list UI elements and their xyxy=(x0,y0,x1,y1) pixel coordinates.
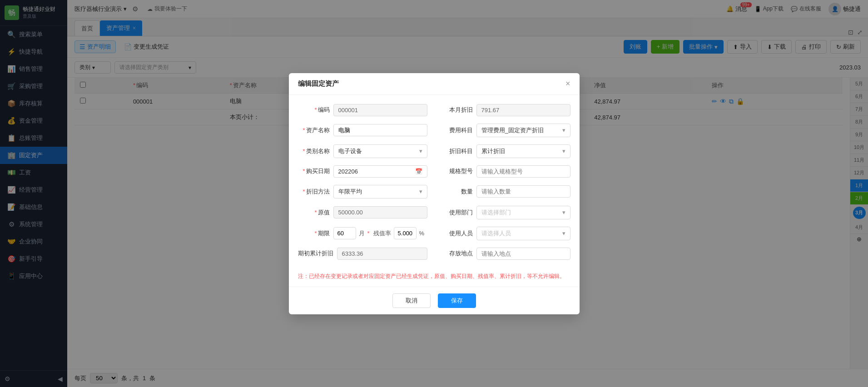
modal-footer: 取消 保存 xyxy=(289,287,580,314)
form-row-department: 使用部门 请选择部门 ▾ xyxy=(441,206,570,219)
modal-overlay: 编辑固定资产 × *编码 本月折旧 *资产名称 xyxy=(0,0,868,387)
expense-chevron-icon: ▾ xyxy=(562,127,565,134)
form-row-asset-name: *资产名称 xyxy=(298,124,427,137)
residual-label: 残值率 xyxy=(373,229,391,238)
monthly-dep-input[interactable] xyxy=(476,104,570,116)
form-row-quantity: 数量 xyxy=(441,185,570,198)
cancel-button[interactable]: 取消 xyxy=(392,293,431,308)
period-input[interactable] xyxy=(333,227,356,239)
category-label: *类别名称 xyxy=(298,147,330,155)
dep-method-chevron-icon: ▾ xyxy=(419,188,422,195)
category-value: 电子设备 xyxy=(338,147,362,155)
department-placeholder: 请选择部门 xyxy=(481,208,511,217)
department-select[interactable]: 请选择部门 ▾ xyxy=(476,206,570,219)
form-row-dep-method: *折旧方法 年限平均 ▾ xyxy=(298,185,427,198)
modal-title: 编辑固定资产 xyxy=(298,79,339,88)
form-row-purchase-date: *购买日期 202206 📅 xyxy=(298,165,427,178)
user-chevron-icon: ▾ xyxy=(562,230,565,237)
dep-method-select[interactable]: 年限平均 ▾ xyxy=(333,185,427,198)
user-label: 使用人员 xyxy=(441,229,473,238)
form-row-monthly-depreciation: 本月折旧 xyxy=(441,104,570,116)
dep-subject-chevron-icon: ▾ xyxy=(562,148,565,154)
residual-req-mark: * xyxy=(367,230,370,237)
spec-label: 规格型号 xyxy=(441,167,473,175)
purchase-date-label: *购买日期 xyxy=(298,167,330,175)
form-row-code: *编码 xyxy=(298,104,427,116)
expense-subject-select[interactable]: 管理费用_固定资产折旧 ▾ xyxy=(476,124,570,137)
form-row-depreciation-subject: 折旧科目 累计折旧 ▾ xyxy=(441,144,570,158)
asset-name-input[interactable] xyxy=(333,124,427,136)
user-placeholder: 请选择人员 xyxy=(481,229,511,238)
initial-accumulated-input[interactable] xyxy=(337,248,427,260)
original-value-label: *原值 xyxy=(298,208,330,217)
quantity-label: 数量 xyxy=(441,188,473,196)
dep-method-label: *折旧方法 xyxy=(298,188,330,196)
dep-subject-select[interactable]: 累计折旧 ▾ xyxy=(476,144,570,158)
purchase-date-input[interactable]: 202206 📅 xyxy=(333,165,427,178)
form-row-period: *期限 月 * 残值率 % xyxy=(298,227,427,240)
period-inline: 月 * 残值率 % xyxy=(333,227,427,239)
dep-subject-label: 折旧科目 xyxy=(441,147,473,155)
asset-name-label: *资产名称 xyxy=(298,126,330,134)
expense-subject-value: 管理费用_固定资产折旧 xyxy=(481,126,544,134)
form-row-original-value: *原值 xyxy=(298,206,427,219)
code-input[interactable] xyxy=(333,104,427,116)
quantity-input[interactable] xyxy=(476,185,570,198)
form-row-initial-accumulated: 期初累计折旧 xyxy=(298,248,427,260)
residual-rate-input[interactable] xyxy=(394,227,417,239)
dep-method-value: 年限平均 xyxy=(338,188,362,196)
calendar-icon: 📅 xyxy=(415,168,422,175)
form-row-location: 存放地点 xyxy=(441,248,570,260)
period-label: *期限 xyxy=(298,229,330,238)
modal-body: *编码 本月折旧 *资产名称 费用科目 管理费用_固定资产折旧 xyxy=(289,95,580,269)
department-label: 使用部门 xyxy=(441,208,473,217)
period-unit: 月 xyxy=(359,229,365,238)
user-select[interactable]: 请选择人员 ▾ xyxy=(476,227,570,240)
spec-input[interactable] xyxy=(476,165,570,178)
code-label: *编码 xyxy=(298,106,330,114)
form-row-user: 使用人员 请选择人员 ▾ xyxy=(441,227,570,240)
edit-asset-modal: 编辑固定资产 × *编码 本月折旧 *资产名称 xyxy=(289,73,580,314)
monthly-dep-label: 本月折旧 xyxy=(441,106,473,114)
form-row-expense-subject: 费用科目 管理费用_固定资产折旧 ▾ xyxy=(441,124,570,137)
category-chevron-icon: ▾ xyxy=(419,148,422,154)
location-label: 存放地点 xyxy=(441,249,473,258)
form-row-spec: 规格型号 xyxy=(441,165,570,178)
original-value-input[interactable] xyxy=(333,206,427,218)
department-chevron-icon: ▾ xyxy=(562,209,565,216)
category-select[interactable]: 电子设备 ▾ xyxy=(333,144,427,158)
modal-note: 注：已经存在变更记录或者对应固定资产已经生成凭证，原值、购买日期、残值率、累计折… xyxy=(289,269,580,287)
expense-subject-label: 费用科目 xyxy=(441,126,473,134)
modal-header: 编辑固定资产 × xyxy=(289,73,580,95)
dep-subject-value: 累计折旧 xyxy=(481,147,505,155)
location-input[interactable] xyxy=(476,248,570,260)
form-row-category: *类别名称 电子设备 ▾ xyxy=(298,144,427,158)
residual-unit: % xyxy=(419,230,425,237)
save-button[interactable]: 保存 xyxy=(438,293,476,308)
initial-accumulated-label: 期初累计折旧 xyxy=(298,249,333,258)
purchase-date-value: 202206 xyxy=(338,168,358,175)
modal-close-btn[interactable]: × xyxy=(565,79,570,88)
